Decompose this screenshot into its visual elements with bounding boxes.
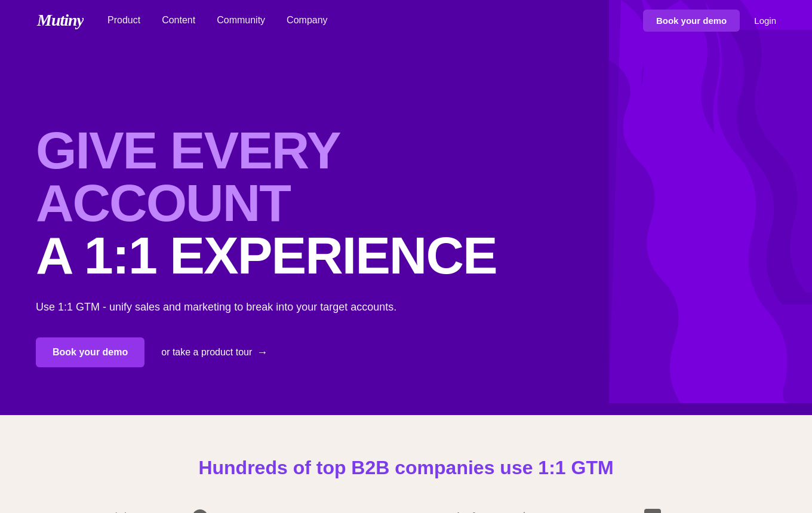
nav-right: Book your demo Login	[643, 10, 776, 32]
hero-product-tour-link[interactable]: or take a product tour →	[161, 346, 267, 359]
logo-exclaimer: ! Exclaimer	[644, 509, 716, 513]
svg-text:Mutiny: Mutiny	[36, 11, 84, 29]
hero-book-demo-button[interactable]: Book your demo	[36, 337, 144, 367]
headline-line1: GIVE EVERY ACCOUNT	[36, 124, 573, 229]
logo[interactable]: Mutiny	[36, 7, 84, 35]
product-tour-label: or take a product tour	[161, 347, 252, 358]
svg-rect-0	[609, 0, 812, 403]
navbar: Mutiny Product Content Community Company…	[0, 0, 812, 41]
hero-headline: GIVE EVERY ACCOUNT A 1:1 EXPERIENCE	[36, 124, 573, 282]
nav-login-button[interactable]: Login	[754, 16, 776, 26]
hero-cta: Book your demo or take a product tour →	[36, 337, 573, 367]
exclaimer-logo-icon: !	[644, 509, 661, 513]
logicmonitor-logo-icon	[518, 511, 531, 513]
hero-decoration	[609, 0, 812, 415]
nav-book-demo-button[interactable]: Book your demo	[643, 10, 740, 32]
nav-product[interactable]: Product	[107, 15, 140, 25]
logo-logicmonitor: LogicMonitor	[518, 511, 602, 513]
nav-content[interactable]: Content	[162, 15, 195, 25]
logo-attentive: attentive°	[426, 510, 476, 513]
hero-subtext: Use 1:1 GTM - unify sales and marketing …	[36, 301, 406, 314]
headline-line2: A 1:1 EXPERIENCE	[36, 229, 573, 282]
nav-company[interactable]: Company	[287, 15, 327, 25]
logo-amplitude: A Amplitude	[192, 509, 267, 513]
hero-section: Mutiny Product Content Community Company…	[0, 0, 812, 415]
logo-qualtrics: qualtrics XM	[96, 511, 150, 514]
logos-grid: qualtrics XM A Amplitude VERACODE attent…	[36, 509, 776, 513]
arrow-icon: →	[257, 346, 267, 359]
logo-veracode: VERACODE	[309, 511, 385, 514]
nav-links: Product Content Community Company	[107, 15, 328, 26]
logos-section: Hundreds of top B2B companies use 1:1 GT…	[0, 415, 812, 513]
hero-content: GIVE EVERY ACCOUNT A 1:1 EXPERIENCE Use …	[0, 41, 609, 415]
nav-left: Mutiny Product Content Community Company	[36, 7, 328, 35]
logos-headline: Hundreds of top B2B companies use 1:1 GT…	[36, 457, 776, 479]
nav-community[interactable]: Community	[217, 15, 265, 25]
amplitude-logo-icon: A	[192, 509, 208, 513]
